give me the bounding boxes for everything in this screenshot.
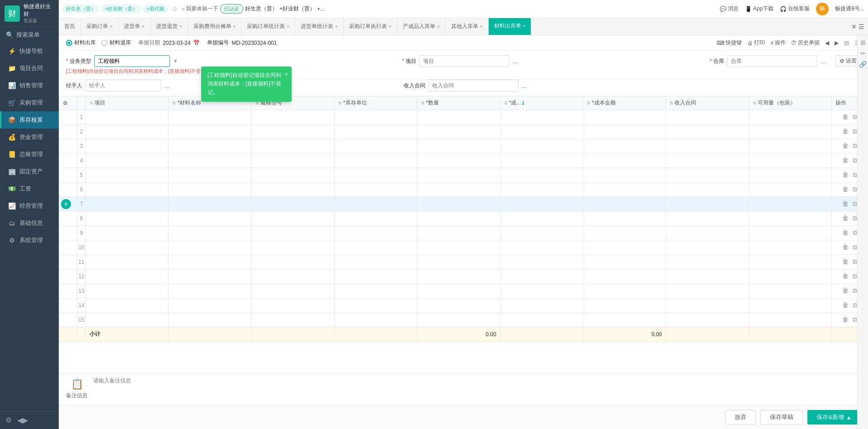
cost-amount-cell[interactable] bbox=[583, 182, 665, 197]
tab-incoming-stats[interactable]: 进货单统计表 × bbox=[295, 18, 344, 35]
cost-cell[interactable] bbox=[500, 269, 583, 284]
spec-cell[interactable] bbox=[251, 240, 334, 255]
warehouse-unit-cell-input[interactable] bbox=[335, 197, 417, 211]
sidebar-item-inventory[interactable]: 📦 库存核算 bbox=[0, 111, 59, 129]
quantity-cell[interactable] bbox=[417, 269, 500, 284]
spec-cell[interactable] bbox=[251, 298, 334, 313]
material-cell[interactable] bbox=[169, 110, 251, 124]
sidebar-item-purchase[interactable]: 🛒 采购管理 bbox=[0, 94, 59, 111]
tab-close-icon[interactable]: × bbox=[110, 24, 113, 29]
radio-material-outbound[interactable]: 材料出库 bbox=[66, 39, 96, 47]
discard-button[interactable]: 放弃 bbox=[725, 410, 756, 424]
tab-close-icon[interactable]: × bbox=[287, 24, 289, 29]
material-cell[interactable] bbox=[169, 298, 251, 313]
available-cell[interactable] bbox=[749, 182, 831, 197]
material-cell[interactable] bbox=[169, 313, 251, 327]
sidebar-item-shortcut[interactable]: ⚡ 快捷导航 bbox=[0, 43, 59, 60]
cost-cell-input[interactable] bbox=[500, 197, 583, 211]
available-cell[interactable] bbox=[749, 124, 831, 139]
cost-amount-cell[interactable] bbox=[583, 298, 665, 313]
save-new-button[interactable]: 保存&新增 ▲ bbox=[807, 410, 861, 424]
quantity-cell[interactable] bbox=[417, 139, 500, 153]
sort-icon[interactable]: ⇅ bbox=[421, 100, 425, 105]
cost-cell[interactable] bbox=[500, 240, 583, 255]
copy-row-icon[interactable]: ⧉ bbox=[853, 229, 857, 236]
copy-row-icon[interactable]: ⧉ bbox=[853, 214, 857, 222]
warehouse-unit-cell[interactable] bbox=[335, 226, 417, 240]
delete-row-icon[interactable]: 🗑 bbox=[842, 243, 849, 251]
history-btn[interactable]: ⏱ 历史单据 bbox=[791, 39, 820, 47]
available-cell[interactable] bbox=[749, 110, 831, 124]
operations-btn[interactable]: ≡ 操作 bbox=[770, 39, 786, 47]
project-cell[interactable] bbox=[86, 313, 169, 327]
nav-next-icon[interactable]: ▶ bbox=[835, 40, 839, 46]
spec-cell[interactable] bbox=[251, 255, 334, 269]
copy-row-icon[interactable]: ⧉ bbox=[853, 200, 857, 207]
material-cell[interactable] bbox=[169, 168, 251, 182]
column-settings-icon[interactable]: ⚙ bbox=[63, 100, 68, 106]
material-cell[interactable] bbox=[169, 139, 251, 153]
add-row-button[interactable]: + bbox=[61, 199, 71, 209]
income-contract-cell-input[interactable] bbox=[666, 197, 748, 211]
calendar-icon[interactable]: 📅 bbox=[193, 40, 200, 46]
cost-amount-cell[interactable] bbox=[583, 153, 665, 168]
income-contract-cell[interactable] bbox=[666, 182, 749, 197]
settings-cog[interactable]: ⚙ bbox=[172, 5, 178, 13]
tab-close-icon[interactable]: × bbox=[480, 24, 483, 29]
right-tool-expand-icon[interactable]: ⊞ bbox=[860, 39, 866, 46]
sort-icon[interactable]: ⇅ bbox=[587, 100, 590, 105]
project-cell[interactable] bbox=[86, 182, 169, 197]
spec-cell[interactable] bbox=[251, 284, 334, 298]
project-cell[interactable] bbox=[86, 284, 169, 298]
sort-icon[interactable]: ⇅ bbox=[90, 100, 93, 105]
sidebar-item-finance[interactable]: 💰 资金管理 bbox=[0, 129, 59, 146]
material-cell-input[interactable] bbox=[169, 197, 251, 211]
th-quantity[interactable]: ⇅ *数量 bbox=[417, 96, 500, 110]
quantity-cell[interactable] bbox=[417, 240, 500, 255]
project-cell[interactable] bbox=[86, 110, 169, 124]
tab-close-icon[interactable]: × bbox=[179, 24, 182, 29]
cost-cell[interactable] bbox=[500, 168, 583, 182]
project-cell[interactable] bbox=[86, 269, 169, 284]
cost-cell[interactable] bbox=[500, 182, 583, 197]
delete-row-icon[interactable]: 🗑 bbox=[842, 258, 849, 265]
certified-tag[interactable]: 已认证 bbox=[220, 4, 243, 14]
cost-amount-cell[interactable] bbox=[583, 139, 665, 153]
income-contract-input[interactable] bbox=[428, 80, 519, 91]
copy-row-icon[interactable]: ⧉ bbox=[853, 171, 857, 178]
tab-close-icon[interactable]: × bbox=[335, 24, 338, 29]
date-value[interactable]: 2023-03-24 bbox=[163, 40, 190, 46]
warehouse-unit-cell[interactable] bbox=[335, 240, 417, 255]
sidebar-item-assets[interactable]: 🏢 固定资产 bbox=[0, 163, 59, 180]
warehouse-dots-icon[interactable]: … bbox=[820, 57, 826, 65]
tab-close-icon[interactable]: × bbox=[233, 24, 236, 29]
delete-row-icon[interactable]: 🗑 bbox=[842, 316, 849, 323]
material-cell[interactable] bbox=[169, 284, 251, 298]
copy-row-icon[interactable]: ⧉ bbox=[853, 272, 857, 280]
income-contract-cell[interactable] bbox=[666, 139, 749, 153]
th-available[interactable]: ⇅ 可用量（包装） bbox=[749, 96, 831, 110]
sidebar-item-accounting[interactable]: 📒 总账管理 bbox=[0, 146, 59, 163]
print-btn[interactable]: 🖨 打印 bbox=[747, 39, 765, 47]
warehouse-unit-cell[interactable] bbox=[335, 255, 417, 269]
cost-amount-cell[interactable] bbox=[583, 124, 665, 139]
quantity-cell[interactable] bbox=[417, 168, 500, 182]
spec-cell[interactable] bbox=[251, 313, 334, 327]
available-cell[interactable] bbox=[749, 298, 831, 313]
tab-home[interactable]: 首页 bbox=[59, 18, 81, 35]
spec-cell-input[interactable] bbox=[252, 197, 334, 211]
available-cell[interactable] bbox=[749, 139, 831, 153]
cost-amount-cell[interactable] bbox=[583, 110, 665, 124]
cost-amount-cell[interactable] bbox=[583, 240, 665, 255]
tag-yidaizhang[interactable]: +易代账 bbox=[143, 5, 168, 13]
sort-icon[interactable]: ⇅ bbox=[172, 100, 176, 105]
quantity-cell[interactable] bbox=[417, 284, 500, 298]
handler-input[interactable] bbox=[85, 80, 161, 91]
message-action[interactable]: 💬 消息 bbox=[720, 5, 739, 13]
income-contract-cell[interactable] bbox=[666, 153, 749, 168]
copy-row-icon[interactable]: ⧉ bbox=[853, 113, 857, 120]
delete-row-icon[interactable]: 🗑 bbox=[842, 287, 849, 294]
tab-material-outbound[interactable]: 材料出库单 × bbox=[489, 18, 532, 35]
right-tool-link-icon[interactable]: 🔗 bbox=[859, 61, 867, 68]
income-contract-dots-icon[interactable]: … bbox=[521, 82, 528, 89]
